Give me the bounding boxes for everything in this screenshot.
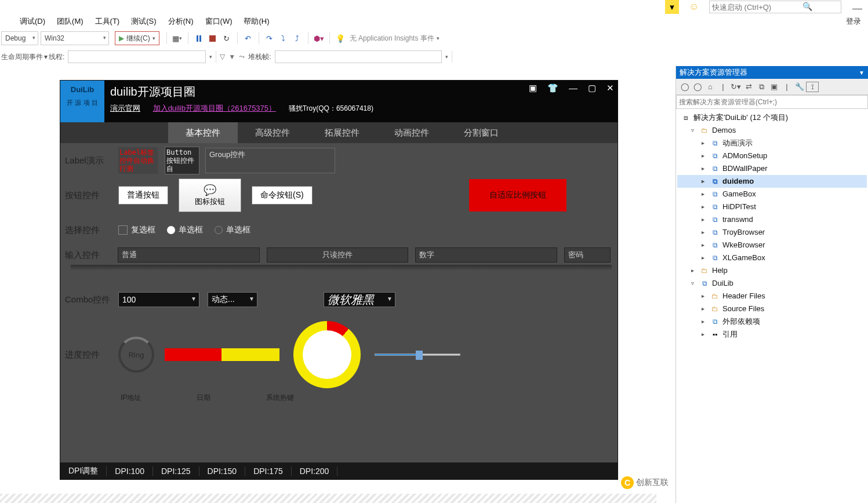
combo-2[interactable]: 动态...▼ bbox=[208, 292, 257, 307]
proj-troy[interactable]: ▸⧉TroyBrowser bbox=[677, 226, 867, 239]
collapse-icon[interactable]: ⧉ bbox=[755, 82, 768, 92]
link-qq[interactable]: 骚扰Troy(QQ：656067418) bbox=[289, 104, 373, 112]
dpi-100[interactable]: DPI:100 bbox=[107, 466, 153, 476]
radio-1[interactable]: 单选框 bbox=[167, 225, 203, 235]
slider[interactable] bbox=[375, 353, 460, 356]
tab-split[interactable]: 分割窗口 bbox=[446, 122, 516, 143]
syshot-label: 系统热键 bbox=[266, 393, 297, 403]
menu-analyze[interactable]: 分析(N) bbox=[162, 14, 199, 28]
preview-icon[interactable]: ⟟ bbox=[806, 82, 819, 92]
scrollbar[interactable] bbox=[71, 265, 612, 271]
dpi-150[interactable]: DPI:150 bbox=[199, 466, 246, 476]
folder-help[interactable]: ▸🗀Help bbox=[677, 264, 867, 277]
restart-button[interactable]: ↻ bbox=[221, 32, 233, 44]
step-into-button[interactable]: ↶ bbox=[242, 32, 254, 44]
proj-duidemo[interactable]: ▸⧉duidemo bbox=[677, 175, 867, 188]
solution-explorer-title[interactable]: 解决方案资源管理器▼ bbox=[676, 66, 868, 79]
quick-launch-input[interactable] bbox=[709, 1, 841, 13]
feedback-icon[interactable]: ☺ bbox=[687, 0, 701, 14]
folder-ext[interactable]: ▸⧉外部依赖项 bbox=[677, 315, 867, 328]
filter-small-icon2[interactable]: ▼ bbox=[228, 53, 235, 61]
menu-help[interactable]: 帮助(H) bbox=[238, 14, 275, 28]
tab-basic[interactable]: 基本控件 bbox=[168, 122, 238, 143]
config-dropdown[interactable]: Debug▾ bbox=[1, 31, 38, 45]
btn-cmd[interactable]: 命令按钮(S) bbox=[252, 186, 313, 205]
radio-2[interactable]: 单选框 bbox=[215, 225, 250, 235]
filter-small-icon[interactable]: ▽ bbox=[220, 53, 225, 61]
properties-icon[interactable]: 🔧 bbox=[793, 82, 806, 91]
input-number[interactable] bbox=[415, 247, 557, 263]
menu-team[interactable]: 团队(M) bbox=[51, 14, 89, 28]
proj-admon[interactable]: ▸⧉ADMonSetup bbox=[677, 150, 867, 162]
folder-headers[interactable]: ▸🗀Header Files bbox=[677, 290, 867, 302]
btn-normal[interactable]: 普通按钮 bbox=[118, 186, 168, 205]
menu-debug[interactable]: 调试(D) bbox=[14, 14, 51, 28]
minimize-icon[interactable]: — bbox=[852, 3, 862, 14]
proj-wke[interactable]: ▸⧉WkeBrowser bbox=[677, 239, 867, 251]
folder-sources[interactable]: ▸🗀Source Files bbox=[677, 302, 867, 315]
folder-ref[interactable]: ▸▪▪引用 bbox=[677, 328, 867, 341]
proj-bdwall[interactable]: ▸⧉BDWallPaper bbox=[677, 162, 867, 175]
thread-input[interactable] bbox=[68, 50, 206, 63]
menu-test[interactable]: 测试(S) bbox=[125, 14, 162, 28]
combo-3[interactable]: 微软雅黑▼ bbox=[324, 292, 395, 307]
window-theme-icon[interactable]: 👕 bbox=[547, 83, 558, 93]
lightbulb-icon[interactable]: 💡 bbox=[335, 32, 346, 44]
pause-button[interactable] bbox=[193, 32, 205, 44]
step-over-button[interactable]: ⤵ bbox=[278, 32, 289, 44]
checkbox[interactable]: 复选框 bbox=[118, 225, 155, 235]
home-icon[interactable]: ⌂ bbox=[704, 82, 717, 91]
step-out-button[interactable]: ⤴ bbox=[292, 32, 303, 44]
proj-gamebox[interactable]: ▸⧉GameBox bbox=[677, 188, 867, 201]
proj-hidpi[interactable]: ▸⧉HiDPITest bbox=[677, 201, 867, 213]
continue-button[interactable]: ▶继续(C) ▾ bbox=[115, 31, 159, 45]
platform-dropdown[interactable]: Win32▾ bbox=[41, 31, 109, 45]
dpi-175[interactable]: DPI:175 bbox=[245, 466, 292, 476]
menu-tools[interactable]: 工具(T) bbox=[89, 14, 126, 28]
ip-label: IP地址 bbox=[121, 393, 144, 403]
combo-1[interactable]: 100▼ bbox=[118, 292, 199, 307]
solution-root[interactable]: ⧈解决方案'DuiLib' (12 个项目) bbox=[677, 111, 867, 124]
tab-extend[interactable]: 拓展控件 bbox=[307, 122, 377, 143]
link-demo[interactable]: 演示官网 bbox=[110, 104, 140, 112]
process-icon[interactable]: ▦▾ bbox=[172, 32, 183, 44]
tab-advanced[interactable]: 高级控件 bbox=[238, 122, 307, 143]
stackframe-input[interactable] bbox=[275, 50, 442, 63]
dpi-125[interactable]: DPI:125 bbox=[153, 466, 199, 476]
window-min-icon[interactable]: — bbox=[569, 83, 578, 93]
window-pin-icon[interactable]: ▣ bbox=[529, 83, 537, 93]
branch-icon[interactable]: ⤳ bbox=[239, 53, 245, 61]
input-password[interactable] bbox=[564, 247, 611, 263]
window-close-icon[interactable]: ✕ bbox=[606, 83, 614, 93]
solution-search-input[interactable] bbox=[676, 95, 868, 109]
filter-icon[interactable]: ▼ bbox=[665, 0, 679, 14]
search-icon[interactable]: 🔍 bbox=[802, 2, 812, 11]
ring-progress: Ring bbox=[118, 337, 154, 373]
menu-window[interactable]: 窗口(W) bbox=[199, 14, 238, 28]
btn-auto[interactable]: 自适应比例按钮 bbox=[469, 179, 566, 212]
fwd-icon[interactable]: ◯ bbox=[691, 82, 704, 91]
proj-xlgame[interactable]: ▸⧉XLGameBox bbox=[677, 251, 867, 264]
login-link[interactable]: 登录 bbox=[846, 16, 861, 27]
btn-icon[interactable]: 💬 图标按钮 bbox=[179, 178, 241, 212]
lifecycle-label[interactable]: 生命周期事件 bbox=[1, 52, 43, 62]
showall-icon[interactable]: ▣ bbox=[768, 82, 780, 91]
dpi-200[interactable]: DPI:200 bbox=[292, 466, 338, 476]
refresh-icon[interactable]: ↻▾ bbox=[729, 82, 742, 91]
label-demo: Label标签控件自动换行测 bbox=[118, 147, 158, 174]
appinsights-icon[interactable]: ⬢▾ bbox=[313, 32, 325, 44]
tab-anim[interactable]: 动画控件 bbox=[377, 122, 446, 143]
stop-button[interactable] bbox=[207, 32, 219, 44]
stack-label: 堆栈帧: bbox=[248, 52, 271, 62]
folder-demos[interactable]: ▿🗀Demos bbox=[677, 124, 867, 137]
link-join[interactable]: 加入duilib开源项目圈（261675375） bbox=[153, 104, 276, 112]
sync-icon[interactable]: ⇄ bbox=[742, 82, 755, 91]
back-icon[interactable]: ◯ bbox=[678, 82, 691, 91]
proj-anim[interactable]: ▸⧉动画演示 bbox=[677, 137, 867, 150]
proj-duilib[interactable]: ▿⧉DuiLib bbox=[677, 277, 867, 290]
show-next-button[interactable]: ↷ bbox=[264, 32, 275, 44]
window-max-icon[interactable]: ▢ bbox=[588, 83, 596, 93]
proj-transwnd[interactable]: ▸⧉transwnd bbox=[677, 213, 867, 226]
progress-row-title: 进度控件 bbox=[65, 349, 115, 360]
input-normal[interactable] bbox=[118, 247, 260, 263]
